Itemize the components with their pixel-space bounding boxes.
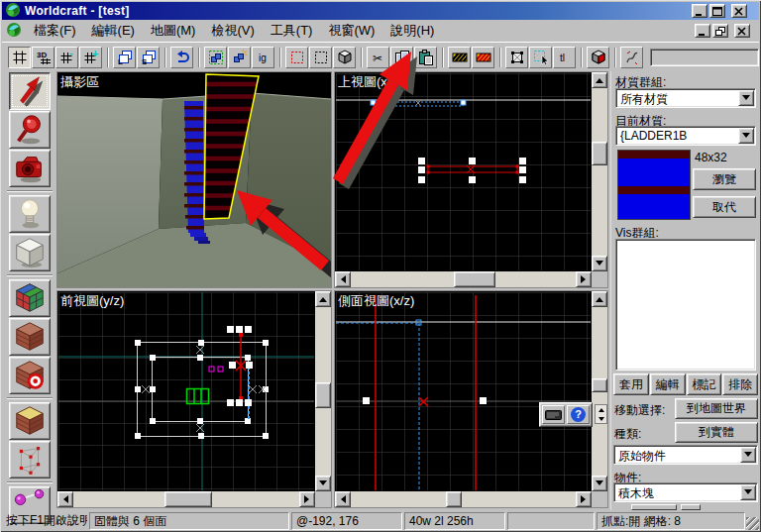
group-button[interactable] (204, 47, 227, 68)
cordon-edit-button[interactable] (448, 47, 471, 68)
document-icon[interactable] (6, 22, 22, 41)
palette-separator (7, 274, 53, 276)
side-hscrollbar[interactable] (335, 491, 592, 507)
mdi-minimize-button[interactable] (695, 24, 710, 38)
grid-3d-button[interactable]: 3D (32, 47, 54, 68)
front-viewport-label: 前視圖(y/z) (60, 292, 124, 310)
ime-help-button[interactable]: ? (567, 405, 590, 424)
menu-item-4[interactable]: 工具(T) (263, 20, 321, 42)
chevron-down-icon[interactable] (738, 90, 754, 106)
camera-tool-button[interactable] (9, 150, 51, 187)
status-cell-2: @-192, 176 (291, 512, 402, 530)
browse-button[interactable]: 瀏覽 (693, 168, 756, 190)
visgroups-list[interactable] (615, 239, 756, 371)
show-all-button[interactable] (333, 47, 356, 68)
toolbar-separator (614, 48, 616, 67)
status-cell-0: 按下F1開啟說明 (2, 512, 87, 530)
block-tool-button[interactable] (9, 234, 51, 271)
replace-button[interactable]: 取代 (693, 196, 756, 218)
ignore-groups-button[interactable]: ig (252, 47, 274, 68)
paste-button[interactable] (414, 47, 437, 68)
ime-keyboard-button[interactable] (542, 405, 565, 424)
side-vscrollbar[interactable] (592, 291, 607, 491)
front-hscrollbar[interactable] (57, 491, 315, 507)
clipping-tool-button[interactable] (9, 402, 51, 440)
select-touching-button[interactable] (529, 47, 552, 68)
toolbar-separator (361, 48, 363, 67)
visgroup-button-1[interactable]: 編輯 (650, 373, 686, 395)
titlebar[interactable]: Worldcraft - [test] (2, 2, 759, 20)
toolbar-separator (581, 48, 583, 67)
texture-lock-button[interactable]: tl (553, 47, 576, 68)
vertex-morph-tool-button[interactable] (9, 441, 51, 479)
toolbar-separator (198, 48, 200, 67)
selection-tool-button[interactable] (9, 72, 51, 110)
app-icon (5, 2, 21, 21)
spinner-down-icon[interactable] (598, 417, 604, 424)
ime-mini-spinner[interactable] (595, 404, 607, 424)
visgroup-button-3[interactable]: 排除 (722, 373, 758, 395)
front-viewport[interactable]: 前視圖(y/z) (56, 290, 332, 508)
front-scene[interactable] (58, 292, 314, 490)
front-vscrollbar[interactable] (315, 291, 331, 491)
visgroup-button-2[interactable]: 標記 (687, 373, 722, 395)
side-scene[interactable] (336, 292, 591, 490)
menu-item-1[interactable]: 編輯(E) (84, 20, 143, 42)
top-vscrollbar[interactable] (592, 72, 607, 271)
palette-separator (7, 481, 53, 483)
copy-button[interactable] (390, 47, 413, 68)
decal-target-tool-button[interactable] (9, 357, 51, 394)
apply-decals-tool-button[interactable] (9, 318, 51, 356)
mdi-close-button[interactable] (734, 24, 750, 38)
spinner-up-icon[interactable] (598, 405, 604, 412)
texture-application-tool-button[interactable] (9, 279, 51, 317)
entity-tool-button[interactable] (9, 195, 51, 233)
texture-size-label: 48x32 (695, 151, 727, 164)
top-scene[interactable] (336, 73, 591, 270)
current-texture-select[interactable]: {LADDER1B (615, 126, 756, 146)
menu-item-5[interactable]: 視窗(W) (320, 20, 382, 42)
save-window-state-button[interactable]: S (137, 47, 160, 68)
selection-handles-button[interactable] (505, 47, 528, 68)
load-window-state-button[interactable]: L (113, 47, 136, 68)
grid-toggle-button[interactable] (8, 47, 31, 68)
undo-button[interactable] (170, 47, 193, 68)
close-button[interactable] (731, 4, 747, 18)
hide-unselected-button[interactable] (309, 47, 332, 68)
chevron-down-icon[interactable] (740, 447, 756, 463)
cut-button[interactable]: ✂ (367, 47, 389, 68)
camera-scene[interactable] (57, 72, 331, 287)
keyboard-icon (545, 408, 562, 421)
mdi-restore-button[interactable] (712, 24, 728, 38)
resize-grip[interactable] (746, 517, 759, 530)
chevron-down-icon[interactable] (738, 128, 754, 144)
grid-larger-button[interactable]: + (79, 47, 102, 68)
svg-text:+: + (92, 50, 98, 59)
hide-selected-button[interactable] (285, 47, 308, 68)
to-world-button[interactable]: 到地圖世界 (675, 398, 758, 419)
visgroup-button-0[interactable]: 套用 (613, 373, 649, 395)
side-viewport[interactable]: 側面視圖(x/z) (334, 290, 608, 508)
chevron-down-icon[interactable] (740, 484, 756, 500)
to-entity-button[interactable]: 到實體 (675, 422, 758, 443)
menu-item-3[interactable]: 檢視(V) (203, 20, 262, 42)
top-viewport[interactable]: 上視圖(x/y) (334, 71, 608, 288)
menu-item-6[interactable]: 說明(H) (382, 20, 442, 42)
toolbar-empty-slot (650, 49, 759, 66)
magnify-tool-button[interactable] (9, 111, 51, 149)
minimize-button[interactable] (692, 4, 707, 18)
texture-group-select[interactable]: 所有材質 (615, 88, 756, 108)
category-select[interactable]: 原始物件 (613, 445, 758, 465)
menu-item-2[interactable]: 地圖(M) (143, 20, 204, 42)
cordon-toggle-button[interactable] (472, 47, 494, 68)
maximize-button[interactable] (709, 4, 725, 18)
ungroup-button[interactable] (228, 47, 251, 68)
ime-toolbar[interactable]: ? (539, 402, 593, 427)
split-faces-button[interactable] (620, 47, 643, 68)
top-hscrollbar[interactable] (335, 271, 592, 287)
carve-button[interactable] (587, 47, 609, 68)
menu-item-0[interactable]: 檔案(F) (26, 20, 84, 42)
object-select[interactable]: 積木塊 (613, 482, 758, 502)
grid-smaller-button[interactable]: - (55, 47, 78, 68)
camera-viewport[interactable]: 攝影區 (56, 71, 332, 288)
